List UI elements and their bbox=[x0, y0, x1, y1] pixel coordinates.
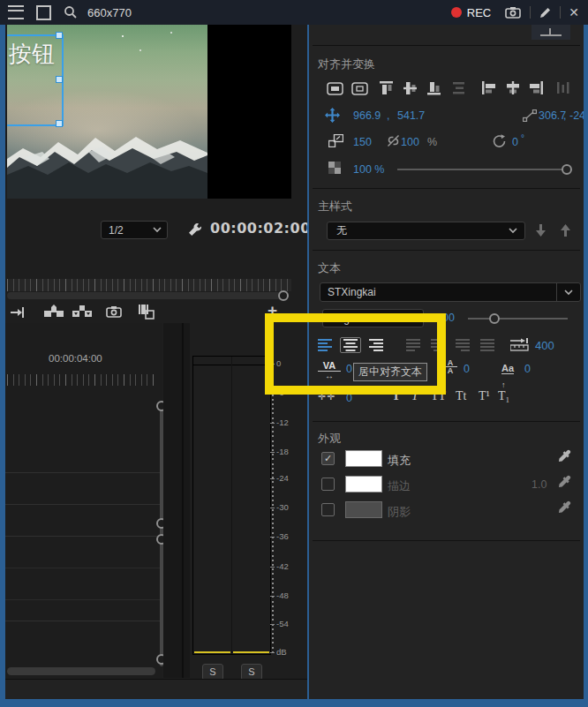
stroke-color-swatch[interactable] bbox=[345, 476, 382, 493]
shadow-color-swatch[interactable] bbox=[345, 501, 382, 518]
partial-button[interactable] bbox=[531, 25, 570, 40]
pull-style-up-icon[interactable] bbox=[559, 223, 572, 237]
monitor-time-ruler[interactable] bbox=[7, 279, 291, 291]
stroke-width-value[interactable]: 1.0 bbox=[531, 478, 547, 491]
window-border-bottom bbox=[0, 699, 588, 707]
align-bottom-partial-icon bbox=[540, 34, 562, 36]
position-move-icon[interactable] bbox=[325, 108, 340, 123]
close-icon[interactable]: ✕ bbox=[569, 5, 579, 19]
all-caps-button[interactable]: TT bbox=[431, 389, 446, 403]
scale-height-value[interactable]: 100 bbox=[401, 136, 419, 148]
shadow-eyedropper-icon[interactable] bbox=[558, 500, 571, 514]
selection-handle[interactable] bbox=[56, 32, 63, 39]
text-overlay[interactable]: 按钮 bbox=[9, 39, 55, 70]
insert-icon[interactable] bbox=[11, 306, 25, 319]
font-size-slider-handle[interactable] bbox=[489, 313, 500, 324]
font-size-value[interactable]: 100 bbox=[436, 312, 455, 324]
baseline-offset-value[interactable]: 0 bbox=[346, 392, 352, 404]
small-caps-button[interactable]: Tt bbox=[456, 389, 466, 403]
monitor-scrollbar[interactable] bbox=[7, 292, 284, 299]
text-section-title: 文本 bbox=[318, 260, 341, 276]
screenshot-camera-icon[interactable] bbox=[505, 6, 521, 19]
selection-handle[interactable] bbox=[56, 120, 63, 127]
position-y-value[interactable]: 541.7 bbox=[397, 109, 425, 122]
window-icon[interactable] bbox=[36, 5, 51, 20]
align-vertical-center-icon[interactable] bbox=[403, 81, 418, 95]
track-divider bbox=[5, 599, 162, 600]
timeline-horizontal-scrollbar[interactable] bbox=[7, 667, 155, 675]
font-style-select[interactable]: Regular bbox=[322, 309, 424, 327]
fill-checkbox[interactable]: ✓ bbox=[321, 452, 335, 465]
mask-frame-icon[interactable] bbox=[351, 82, 368, 95]
faux-bold-button[interactable]: T bbox=[392, 389, 400, 403]
fill-color-swatch[interactable] bbox=[345, 450, 382, 467]
anchor-x-value[interactable]: 306.7 bbox=[539, 109, 566, 122]
justify-all-button[interactable] bbox=[477, 337, 498, 353]
shadow-checkbox[interactable] bbox=[321, 503, 335, 516]
zoom-level-select[interactable]: 1/2 bbox=[101, 221, 168, 239]
master-style-select[interactable]: 无 bbox=[327, 222, 525, 240]
subscript-button[interactable]: T₁ bbox=[498, 389, 509, 403]
meter-db-label: -6 bbox=[270, 388, 283, 396]
stroke-eyedropper-icon[interactable] bbox=[558, 475, 571, 488]
align-right-icon[interactable] bbox=[530, 81, 544, 95]
tracking-ruler-icon[interactable] bbox=[510, 338, 530, 351]
font-size-slider[interactable] bbox=[468, 318, 568, 320]
meter-db-label: -36 bbox=[270, 532, 289, 540]
align-text-center-button[interactable] bbox=[340, 337, 361, 353]
selection-handle[interactable] bbox=[56, 76, 63, 83]
settings-wrench-icon[interactable] bbox=[187, 222, 203, 237]
align-text-right-button[interactable] bbox=[366, 337, 387, 353]
rec-label[interactable]: REC bbox=[467, 6, 491, 19]
rotation-icon[interactable] bbox=[492, 133, 508, 148]
timeline-ruler[interactable] bbox=[7, 374, 159, 386]
anchor-y-value[interactable]: -24.9 bbox=[569, 109, 584, 122]
align-horizontal-center-icon[interactable] bbox=[506, 81, 520, 95]
scale-icon[interactable] bbox=[328, 134, 343, 147]
kerning-value[interactable]: 0 bbox=[346, 363, 352, 375]
distribute-horizontal-icon[interactable] bbox=[556, 81, 570, 95]
tracking-value[interactable]: 400 bbox=[535, 339, 554, 352]
link-broken-icon[interactable] bbox=[387, 134, 400, 147]
section-divider bbox=[313, 45, 580, 46]
faux-italic-button[interactable]: T bbox=[411, 389, 418, 403]
leading-icon[interactable]: A A bbox=[443, 359, 457, 374]
opacity-slider-handle[interactable] bbox=[562, 164, 572, 175]
pencil-icon[interactable] bbox=[539, 6, 552, 19]
anchor-point-icon[interactable] bbox=[523, 109, 537, 122]
baseline-shift-icon[interactable]: Aa ↑ bbox=[501, 359, 521, 391]
rotation-value[interactable]: 0 bbox=[512, 136, 518, 148]
font-family-select[interactable]: STXingkai bbox=[320, 282, 581, 302]
align-bottom-icon[interactable] bbox=[427, 81, 441, 95]
leading-value[interactable]: 0 bbox=[464, 363, 470, 375]
justify-last-center-button[interactable] bbox=[427, 337, 449, 353]
align-left-icon[interactable] bbox=[482, 81, 496, 95]
menu-icon[interactable] bbox=[8, 5, 24, 19]
add-track-film-icon[interactable] bbox=[138, 304, 155, 320]
align-top-icon[interactable] bbox=[380, 81, 394, 95]
position-x-value[interactable]: 966.9 bbox=[353, 109, 381, 122]
rec-dot-icon[interactable] bbox=[451, 7, 462, 18]
baseline-offset-icon[interactable]: ✛✛ bbox=[318, 391, 335, 402]
scale-width-value[interactable]: 150 bbox=[353, 136, 372, 148]
lift-icon[interactable] bbox=[44, 305, 64, 319]
export-frame-camera-icon[interactable] bbox=[106, 305, 122, 318]
search-icon[interactable] bbox=[64, 5, 78, 19]
distribute-vertical-icon[interactable] bbox=[452, 81, 466, 95]
opacity-value[interactable]: 100 % bbox=[353, 163, 384, 176]
track-divider bbox=[5, 472, 162, 473]
font-family-chevron-cell[interactable] bbox=[556, 283, 580, 301]
baseline-shift-value[interactable]: 0 bbox=[524, 363, 531, 375]
opacity-checkerboard-icon[interactable] bbox=[328, 162, 341, 174]
mask-rect-icon[interactable] bbox=[327, 82, 343, 95]
fill-eyedropper-icon[interactable] bbox=[558, 449, 571, 463]
align-text-left-button[interactable] bbox=[314, 337, 335, 353]
stroke-checkbox[interactable] bbox=[321, 478, 335, 491]
justify-last-left-button[interactable] bbox=[403, 337, 424, 353]
justify-last-right-button[interactable] bbox=[452, 337, 473, 353]
opacity-slider[interactable] bbox=[397, 169, 571, 170]
extract-icon[interactable] bbox=[72, 305, 92, 319]
kerning-va-icon[interactable]: VA ↔ bbox=[318, 360, 341, 380]
push-style-down-icon[interactable] bbox=[534, 223, 547, 237]
superscript-button[interactable]: T¹ bbox=[479, 389, 490, 403]
